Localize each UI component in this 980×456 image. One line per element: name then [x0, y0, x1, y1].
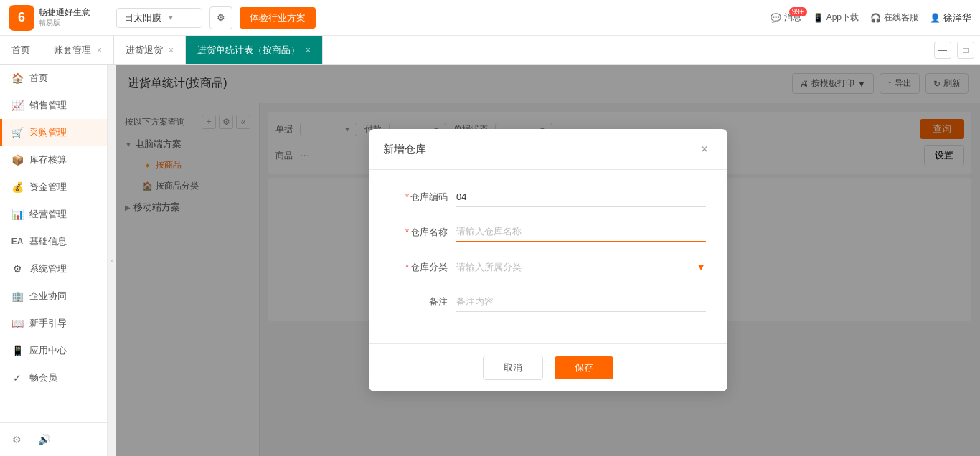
vip-icon: ✓: [11, 371, 24, 384]
sidebar-item-inventory[interactable]: 📦 库存核算: [0, 146, 107, 174]
apps-icon: 📱: [11, 344, 24, 357]
sales-icon: 📈: [11, 99, 24, 112]
operations-icon: 📊: [11, 208, 24, 221]
tab-maximize-button[interactable]: □: [957, 42, 974, 59]
user-profile-item[interactable]: 👤 徐泽华: [930, 11, 971, 24]
tab-minimize-button[interactable]: —: [934, 42, 951, 59]
form-row-remark: 备注: [390, 292, 706, 312]
modal-add-warehouse: 新增仓库 × 仓库编码 仓库名称 仓库分类: [369, 129, 727, 391]
form-row-name: 仓库名称: [390, 222, 706, 242]
brand-sub: 精易版: [39, 18, 90, 28]
sidebar-operations-label: 经营管理: [29, 208, 67, 221]
experience-button[interactable]: 体验行业方案: [240, 7, 316, 29]
tab-home-label: 首页: [11, 44, 30, 57]
tab-purchase-return[interactable]: 进货退货 ×: [114, 36, 186, 64]
warehouse-category-select[interactable]: ▼: [456, 257, 706, 277]
logo-area: 6 畅捷通好生意 精易版: [9, 5, 116, 31]
main-layout: 🏠 首页 📈 销售管理 🛒 采购管理 📦 库存核算 💰 资金管理 📊 经: [0, 65, 980, 456]
sidebar-audio-button[interactable]: 🔊: [33, 429, 55, 450]
top-nav: 6 畅捷通好生意 精易版 日太阳膜 ▼ ⚙ 体验行业方案 💬 消息 99+ 📱 …: [0, 0, 980, 36]
modal-title: 新增仓库: [383, 143, 426, 156]
tab-account[interactable]: 账套管理 ×: [42, 36, 114, 64]
modal-overlay: 新增仓库 × 仓库编码 仓库名称 仓库分类: [116, 65, 980, 456]
sidebar-sales-label: 销售管理: [29, 99, 67, 112]
sidebar-item-guide[interactable]: 📖 新手引导: [0, 310, 107, 337]
category-label: 仓库分类: [390, 261, 448, 274]
sidebar-item-operations[interactable]: 📊 经营管理: [0, 201, 107, 228]
sidebar-guide-label: 新手引导: [29, 317, 67, 330]
modal-header: 新增仓库 ×: [369, 129, 727, 170]
sidebar-item-purchase[interactable]: 🛒 采购管理: [0, 119, 107, 146]
warehouse-category-input[interactable]: [456, 262, 696, 272]
notifications-item[interactable]: 💬 消息 99+: [771, 11, 801, 24]
online-service-item[interactable]: 🎧 在线客服: [870, 11, 918, 24]
category-dropdown-icon[interactable]: ▼: [696, 261, 706, 272]
tab-account-label: 账套管理: [54, 44, 91, 57]
user-name: 徐泽华: [943, 11, 971, 24]
tab-purchase-stats-label: 进货单统计表（按商品）: [197, 44, 300, 57]
sidebar-item-enterprise[interactable]: 🏢 企业协同: [0, 282, 107, 310]
sidebar-vip-label: 畅会员: [29, 371, 57, 384]
user-icon: 👤: [930, 13, 941, 23]
finance-icon: 💰: [11, 181, 24, 194]
sidebar-item-vip[interactable]: ✓ 畅会员: [0, 364, 107, 391]
tab-purchase-stats[interactable]: 进货单统计表（按商品） ×: [186, 36, 323, 64]
shop-selector[interactable]: 日太阳膜 ▼: [116, 8, 202, 28]
tab-account-close[interactable]: ×: [97, 45, 102, 55]
code-label: 仓库编码: [390, 191, 448, 204]
sidebar-item-home[interactable]: 🏠 首页: [0, 65, 107, 92]
guide-icon: 📖: [11, 317, 24, 330]
save-button[interactable]: 保存: [555, 356, 613, 379]
sidebar-collapse-handle[interactable]: ‹: [108, 65, 116, 456]
form-row-category: 仓库分类 ▼: [390, 257, 706, 277]
sidebar-purchase-label: 采购管理: [29, 126, 67, 139]
sidebar-item-basic-info[interactable]: EA 基础信息: [0, 228, 107, 255]
tab-purchase-return-close[interactable]: ×: [169, 45, 174, 55]
sidebar: 🏠 首页 📈 销售管理 🛒 采购管理 📦 库存核算 💰 资金管理 📊 经: [0, 65, 108, 456]
content-area: 进货单统计(按商品) 🖨 按模板打印 ▼ ↑ 导出 ↻ 刷新: [116, 65, 980, 456]
sidebar-settings-button[interactable]: ⚙: [6, 429, 27, 450]
enterprise-icon: 🏢: [11, 290, 24, 303]
tab-bar: 首页 账套管理 × 进货退货 × 进货单统计表（按商品） × — □: [0, 36, 980, 65]
basic-info-icon: EA: [11, 235, 24, 248]
warehouse-name-input[interactable]: [456, 222, 706, 242]
notifications-badge: 99+: [789, 7, 807, 16]
logo-icon: 6: [9, 5, 34, 31]
shop-selector-arrow: ▼: [167, 14, 174, 22]
purchase-icon: 🛒: [11, 126, 24, 139]
top-right-nav: 💬 消息 99+ 📱 App下载 🎧 在线客服 👤 徐泽华: [771, 11, 971, 24]
sidebar-system-label: 系统管理: [29, 262, 67, 275]
sidebar-apps-label: 应用中心: [29, 344, 67, 357]
notification-icon: 💬: [771, 13, 781, 23]
shop-name: 日太阳膜: [124, 11, 161, 24]
headset-icon: 🎧: [870, 13, 881, 23]
sidebar-item-sales[interactable]: 📈 销售管理: [0, 92, 107, 119]
sidebar-enterprise-label: 企业协同: [29, 290, 67, 303]
sidebar-item-system[interactable]: ⚙ 系统管理: [0, 255, 107, 282]
sidebar-bottom-actions: ⚙ 🔊: [0, 422, 107, 456]
sidebar-basic-info-label: 基础信息: [29, 235, 67, 248]
system-icon: ⚙: [11, 262, 24, 275]
gear-button[interactable]: ⚙: [209, 6, 232, 29]
sidebar-finance-label: 资金管理: [29, 181, 67, 194]
remark-label: 备注: [390, 295, 448, 308]
cancel-button[interactable]: 取消: [483, 356, 543, 380]
warehouse-code-input[interactable]: [456, 187, 706, 207]
online-service-label: 在线客服: [884, 11, 918, 24]
warehouse-remark-input[interactable]: [456, 292, 706, 312]
sidebar-item-finance[interactable]: 💰 资金管理: [0, 174, 107, 201]
tab-right-controls: — □: [928, 36, 980, 64]
modal-close-button[interactable]: ×: [696, 141, 713, 158]
tab-purchase-stats-close[interactable]: ×: [306, 45, 311, 55]
tab-purchase-return-label: 进货退货: [126, 44, 163, 57]
tab-home[interactable]: 首页: [0, 36, 42, 64]
home-icon: 🏠: [11, 72, 24, 85]
sidebar-wrapper: 🏠 首页 📈 销售管理 🛒 采购管理 📦 库存核算 💰 资金管理 📊 经: [0, 65, 116, 456]
phone-icon: 📱: [813, 13, 824, 23]
sidebar-item-apps[interactable]: 📱 应用中心: [0, 337, 107, 364]
app-download-item[interactable]: 📱 App下载: [813, 11, 859, 24]
modal-body: 仓库编码 仓库名称 仓库分类 ▼: [369, 170, 727, 343]
sidebar-inventory-label: 库存核算: [29, 153, 67, 166]
app-download-label: App下载: [826, 11, 859, 24]
brand-name: 畅捷通好生意: [39, 7, 90, 19]
